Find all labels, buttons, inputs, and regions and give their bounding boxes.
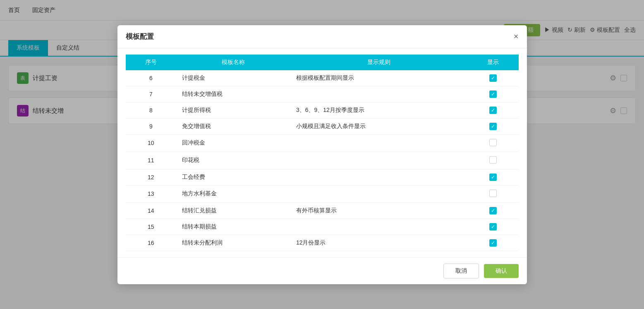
cell-name: 回冲税金 (176, 134, 290, 152)
cell-checkbox: ✓ (468, 235, 519, 251)
cell-name: 结转未分配利润 (176, 235, 290, 251)
table-row: 9免交增值税小规模且满足收入条件显示✓ (126, 118, 519, 134)
cell-checkbox: ✓ (468, 169, 519, 185)
table-row: 8计提所得税3、6、9、12月按季度显示✓ (126, 102, 519, 118)
cell-checkbox: ✓ (468, 70, 519, 86)
cell-rule: 3、6、9、12月按季度显示 (290, 102, 468, 118)
checkbox-checked[interactable]: ✓ (489, 90, 497, 98)
cell-no: 7 (126, 86, 177, 102)
table-head: 序号 模板名称 显示规则 显示 (126, 55, 519, 70)
cell-name: 计提所得税 (176, 102, 290, 118)
cell-name: 工会经费 (176, 169, 290, 185)
cell-rule (290, 185, 468, 202)
checkbox-checked[interactable]: ✓ (489, 239, 497, 247)
cell-no: 9 (126, 118, 177, 134)
checkbox-unchecked[interactable] (489, 190, 497, 197)
dialog-close-button[interactable]: × (514, 32, 519, 40)
cell-checkbox: ✓ (468, 202, 519, 219)
confirm-button[interactable]: 确认 (484, 264, 519, 278)
table-row: 10回冲税金 (126, 134, 519, 152)
cell-no: 13 (126, 185, 177, 202)
cell-rule: 根据模板配置期间显示 (290, 70, 468, 86)
cell-rule (290, 169, 468, 185)
dialog-title: 模板配置 (126, 32, 154, 41)
cell-no: 10 (126, 134, 177, 152)
table-row: 13地方水利基金 (126, 185, 519, 202)
cell-name: 计提税金 (176, 70, 290, 86)
cell-no: 16 (126, 235, 177, 251)
cell-name: 结转未交增值税 (176, 86, 290, 102)
cell-rule: 小规模且满足收入条件显示 (290, 118, 468, 134)
table-body: 6计提税金根据模板配置期间显示✓7结转未交增值税✓8计提所得税3、6、9、12月… (126, 70, 519, 251)
cell-rule (290, 152, 468, 169)
table-row: 16结转未分配利润12月份显示✓ (126, 235, 519, 251)
table-row: 6计提税金根据模板配置期间显示✓ (126, 70, 519, 86)
cell-no: 14 (126, 202, 177, 219)
checkbox-checked[interactable]: ✓ (489, 107, 497, 114)
cell-checkbox: ✓ (468, 86, 519, 102)
cell-rule (290, 134, 468, 152)
cell-rule (290, 86, 468, 102)
dialog-header: 模板配置 × (117, 25, 527, 48)
table-row: 11印花税 (126, 152, 519, 169)
cell-checkbox: ✓ (468, 118, 519, 134)
cell-rule: 有外币核算显示 (290, 202, 468, 219)
cell-checkbox (468, 185, 519, 202)
checkbox-unchecked[interactable] (489, 156, 497, 164)
cell-no: 15 (126, 219, 177, 235)
cell-name: 免交增值税 (176, 118, 290, 134)
cancel-button[interactable]: 取消 (443, 264, 479, 278)
checkbox-checked[interactable]: ✓ (489, 123, 497, 130)
table-row: 12工会经费✓ (126, 169, 519, 185)
checkbox-checked[interactable]: ✓ (489, 74, 497, 82)
cell-rule: 12月份显示 (290, 235, 468, 251)
cell-checkbox: ✓ (468, 219, 519, 235)
col-header-rule: 显示规则 (290, 55, 468, 70)
cell-no: 8 (126, 102, 177, 118)
cell-checkbox (468, 134, 519, 152)
cell-no: 12 (126, 169, 177, 185)
checkbox-checked[interactable]: ✓ (489, 223, 497, 231)
dialog-footer: 取消 确认 (117, 257, 527, 284)
cell-rule (290, 219, 468, 235)
cell-name: 地方水利基金 (176, 185, 290, 202)
checkbox-checked[interactable]: ✓ (489, 207, 497, 214)
cell-no: 6 (126, 70, 177, 86)
col-header-display: 显示 (468, 55, 519, 70)
table-row: 14结转汇兑损益有外币核算显示✓ (126, 202, 519, 219)
cell-name: 结转汇兑损益 (176, 202, 290, 219)
config-table: 序号 模板名称 显示规则 显示 6计提税金根据模板配置期间显示✓7结转未交增值税… (126, 55, 519, 251)
dialog-body: 序号 模板名称 显示规则 显示 6计提税金根据模板配置期间显示✓7结转未交增值税… (117, 48, 527, 257)
cell-checkbox (468, 152, 519, 169)
col-header-no: 序号 (126, 55, 177, 70)
template-config-dialog: 模板配置 × 序号 模板名称 显示规则 显示 6 (117, 25, 527, 284)
col-header-name: 模板名称 (176, 55, 290, 70)
table-row: 7结转未交增值税✓ (126, 86, 519, 102)
checkbox-unchecked[interactable] (489, 139, 497, 146)
cell-name: 结转本期损益 (176, 219, 290, 235)
table-row: 15结转本期损益✓ (126, 219, 519, 235)
table-scroll-container[interactable]: 序号 模板名称 显示规则 显示 6计提税金根据模板配置期间显示✓7结转未交增值税… (126, 55, 519, 251)
cell-checkbox: ✓ (468, 102, 519, 118)
cell-no: 11 (126, 152, 177, 169)
modal-overlay: 模板配置 × 序号 模板名称 显示规则 显示 6 (0, 0, 644, 309)
cell-name: 印花税 (176, 152, 290, 169)
checkbox-checked[interactable]: ✓ (489, 174, 497, 181)
